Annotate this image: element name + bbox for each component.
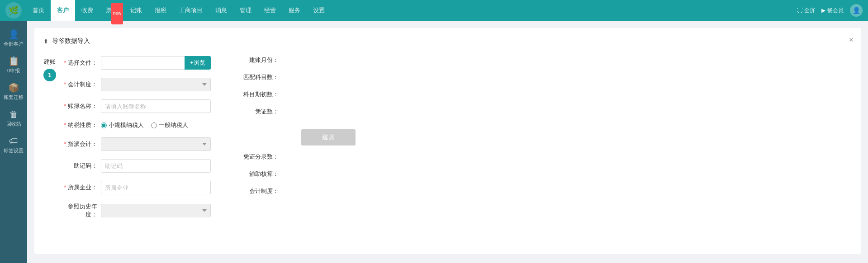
- form-right: 建账月份： 匹配科目数： 科目期初数： 凭证数：: [238, 56, 419, 227]
- sidebar-item-zero-declaration[interactable]: 📋 0申报: [0, 52, 27, 79]
- nav-item-messages[interactable]: 消息: [209, 0, 233, 21]
- nav-item-settings[interactable]: 设置: [307, 0, 331, 21]
- voucher-entries-row: 凭证分录数：: [238, 153, 419, 161]
- month-label: 建账月份：: [238, 56, 279, 64]
- browse-button[interactable]: +浏览: [185, 56, 211, 70]
- nav-item-home[interactable]: 首页: [26, 0, 51, 21]
- nav-item-tax[interactable]: 报税: [148, 0, 173, 21]
- history-label: 参照历史年度：: [63, 202, 97, 219]
- ledger-name-row: 账簿名称：: [63, 99, 211, 113]
- accountant-row: 指派会计：: [63, 137, 211, 151]
- history-row: 参照历史年度：: [63, 202, 211, 219]
- ledger-name-input[interactable]: [101, 99, 211, 113]
- top-navigation: 🌿 首页 客户 收费 票据 new 记账 报税 工商项目 消息 管理 经营 服务…: [0, 0, 868, 21]
- sidebar-item-account-migration[interactable]: 📦 账套迁移: [0, 79, 27, 105]
- sidebar: 👤 全部客户 📋 0申报 📦 账套迁移 🗑 回收站 🏷 标签设置: [0, 21, 27, 263]
- nav-item-business[interactable]: 工商项目: [173, 0, 209, 21]
- tax-general-label: 一般纳税人: [159, 121, 188, 129]
- auxiliary-label: 辅助核算：: [238, 170, 279, 178]
- file-label: 选择文件：: [63, 59, 97, 67]
- accounting-system-label: 会计制度：: [238, 187, 279, 195]
- sidebar-item-all-customers[interactable]: 👤 全部客户: [0, 25, 27, 52]
- nav-item-fees[interactable]: 收费: [75, 0, 100, 21]
- voucher-row: 凭证数：: [238, 108, 419, 116]
- avatar-icon: 👤: [853, 7, 860, 14]
- logo-icon: 🌿: [9, 5, 19, 15]
- panel-title: 导爷数据导入: [52, 37, 90, 45]
- period-label: 科目期初数：: [238, 90, 279, 99]
- nav-item-service[interactable]: 服务: [282, 0, 307, 21]
- period-row: 科目期初数：: [238, 90, 419, 99]
- history-select[interactable]: [101, 204, 211, 217]
- match-row: 匹配科目数：: [238, 73, 419, 81]
- voucher-label: 凭证数：: [238, 108, 279, 116]
- accounting-select[interactable]: [101, 78, 211, 91]
- fullscreen-button[interactable]: ⛶ 全屏: [797, 7, 815, 14]
- all-customers-icon: 👤: [8, 30, 19, 39]
- account-migration-icon: 📦: [8, 83, 19, 92]
- nav-item-invoices[interactable]: 票据 new: [100, 0, 124, 21]
- create-button[interactable]: 建账: [301, 129, 356, 146]
- file-input-wrap: +浏览: [101, 56, 211, 70]
- avatar[interactable]: 👤: [850, 4, 863, 17]
- accountant-select[interactable]: [101, 137, 211, 151]
- company-input[interactable]: [101, 181, 211, 194]
- sidebar-item-recycle-bin[interactable]: 🗑 回收站: [0, 105, 27, 132]
- upload-icon: ⬆: [43, 38, 48, 45]
- tax-small-radio[interactable]: [101, 122, 107, 128]
- member-icon: ▶: [821, 7, 825, 14]
- member-button[interactable]: ▶ 畅会员: [821, 7, 844, 14]
- panel: ⬆ 导爷数据导入 × 建账 1 选择文件：: [34, 28, 861, 254]
- create-button-wrap: 建账: [238, 125, 419, 146]
- nav-items: 首页 客户 收费 票据 new 记账 报税 工商项目 消息 管理 经营 服务 设…: [26, 0, 797, 21]
- sidebar-item-label-settings[interactable]: 🏷 标签设置: [0, 132, 27, 159]
- auxiliary-row: 辅助核算：: [238, 170, 419, 178]
- month-row: 建账月份：: [238, 56, 419, 64]
- tax-type-radio-group: 小规模纳税人 一般纳税人: [101, 121, 188, 129]
- tax-type-row: 纳税性质： 小规模纳税人 一般纳税人: [63, 121, 211, 129]
- fullscreen-icon: ⛶: [797, 7, 802, 14]
- tax-small-scale[interactable]: 小规模纳税人: [101, 121, 144, 129]
- match-label: 匹配科目数：: [238, 73, 279, 81]
- tax-small-label: 小规模纳税人: [109, 121, 144, 129]
- label-settings-icon: 🏷: [9, 136, 18, 146]
- nav-item-customers[interactable]: 客户: [51, 0, 75, 21]
- file-input[interactable]: [101, 56, 185, 70]
- company-row: 所属企业：: [63, 181, 211, 194]
- accounting-label: 会计制度：: [63, 80, 97, 89]
- memo-label: 助记码：: [63, 162, 97, 170]
- new-badge: new: [111, 3, 123, 24]
- tax-type-label: 纳税性质：: [63, 121, 97, 129]
- nav-item-bookkeeping[interactable]: 记账: [124, 0, 148, 21]
- form-section: 建账 1 选择文件： +浏览 会计制度：: [43, 56, 852, 227]
- voucher-entries-label: 凭证分录数：: [238, 153, 279, 161]
- main-content: ⬆ 导爷数据导入 × 建账 1 选择文件：: [27, 21, 868, 263]
- nav-item-management[interactable]: 管理: [233, 0, 258, 21]
- file-row: 选择文件： +浏览: [63, 56, 211, 70]
- accounting-system-row: 会计制度：: [238, 187, 419, 195]
- step-label: 建账: [44, 58, 56, 66]
- nav-item-operations[interactable]: 经营: [258, 0, 282, 21]
- form-left: 选择文件： +浏览 会计制度：: [63, 56, 211, 227]
- accounting-row: 会计制度：: [63, 78, 211, 91]
- tax-general[interactable]: 一般纳税人: [151, 121, 188, 129]
- tax-general-radio[interactable]: [151, 122, 157, 128]
- accountant-label: 指派会计：: [63, 140, 97, 148]
- memo-input[interactable]: [101, 159, 211, 173]
- close-button[interactable]: ×: [849, 35, 854, 45]
- ledger-name-label: 账簿名称：: [63, 102, 97, 110]
- nav-right: ⛶ 全屏 ▶ 畅会员 👤: [797, 4, 863, 17]
- step-circle: 1: [43, 69, 56, 81]
- company-label: 所属企业：: [63, 183, 97, 192]
- logo[interactable]: 🌿: [5, 2, 22, 19]
- memo-row: 助记码：: [63, 159, 211, 173]
- panel-header: ⬆ 导爷数据导入: [43, 37, 852, 45]
- recycle-bin-icon: 🗑: [9, 110, 18, 119]
- zero-declaration-icon: 📋: [8, 56, 19, 66]
